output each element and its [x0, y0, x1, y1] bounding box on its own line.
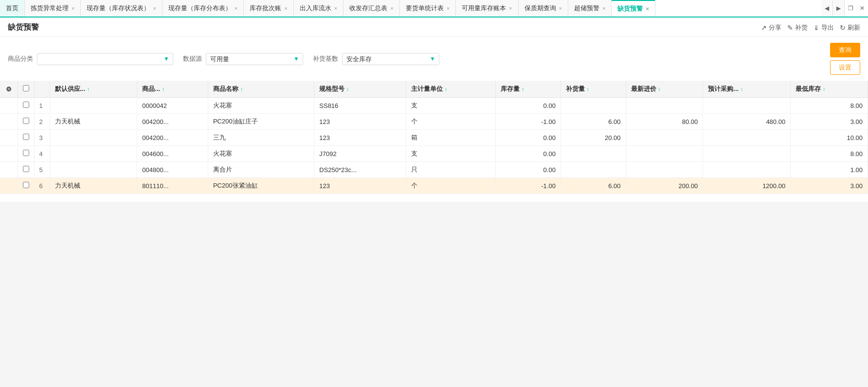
- refresh-icon: ↻: [840, 24, 846, 32]
- tab-item-11[interactable]: 缺货预警×: [612, 0, 655, 17]
- td-estimated: [703, 162, 791, 178]
- tab-close-10[interactable]: ×: [602, 5, 605, 11]
- td-price: [626, 146, 703, 162]
- tab-item-4[interactable]: 库存批次账×: [244, 0, 293, 17]
- datasource-filter-group: 数据源 可用量 ▼: [183, 53, 303, 65]
- row-checkbox-1[interactable]: [23, 118, 29, 124]
- tab-close-4[interactable]: ×: [284, 5, 287, 11]
- tab-close-btn[interactable]: ✕: [856, 0, 868, 17]
- td-minstock: 10.00: [791, 130, 868, 146]
- tab-item-9[interactable]: 保质期查询×: [519, 0, 568, 17]
- td-code: 004200...: [137, 114, 208, 130]
- query-button[interactable]: 查询: [830, 43, 860, 57]
- datasource-select[interactable]: 可用量: [206, 53, 303, 65]
- td-checkbox: [18, 162, 34, 178]
- page-title: 缺货预警: [8, 22, 39, 33]
- td-supplier: [50, 98, 137, 114]
- td-supplement: [561, 162, 626, 178]
- supplement-button[interactable]: ✎ 补货: [787, 23, 808, 32]
- gear-icon[interactable]: ⚙: [6, 86, 12, 93]
- tab-item-6[interactable]: 收发存汇总表×: [344, 0, 399, 17]
- table-row: 2力天机械004200...PC200油缸庄子123个-1.006.0080.0…: [0, 114, 868, 130]
- refresh-button[interactable]: ↻ 刷新: [840, 23, 860, 32]
- td-code: 801110...: [137, 178, 208, 194]
- row-checkbox-2[interactable]: [23, 134, 29, 140]
- select-all-checkbox[interactable]: [23, 85, 29, 91]
- th-product-code[interactable]: 商品...↕: [137, 81, 208, 98]
- th-spec[interactable]: 规格型号↕: [314, 81, 406, 98]
- td-index: 3: [34, 130, 50, 146]
- td-checkbox: [18, 114, 34, 130]
- tab-next-btn[interactable]: ▶: [833, 0, 845, 17]
- td-estimated: [703, 146, 791, 162]
- th-supplement[interactable]: 补货量↕: [561, 81, 626, 98]
- tab-restore-btn[interactable]: ❒: [845, 0, 856, 17]
- tab-close-8[interactable]: ×: [509, 5, 512, 11]
- table-header-row: ⚙ 默认供应...↕ 商品...↕ 商品名称↕: [0, 81, 868, 98]
- tab-close-6[interactable]: ×: [390, 5, 393, 11]
- td-spec: 123: [314, 114, 406, 130]
- td-minstock: 8.00: [791, 98, 868, 114]
- tab-item-2[interactable]: 现存量（库存状况表）×: [81, 0, 162, 17]
- tab-close-11[interactable]: ×: [646, 6, 649, 12]
- tab-item-8[interactable]: 可用量库存账本×: [456, 0, 518, 17]
- td-supplier: 力天机械: [50, 114, 137, 130]
- th-stock[interactable]: 库存量↕: [496, 81, 561, 98]
- td-spec: J7092: [314, 146, 406, 162]
- row-checkbox-4[interactable]: [23, 166, 29, 172]
- th-index: [34, 81, 50, 98]
- tab-close-2[interactable]: ×: [153, 5, 156, 11]
- table-container: ⚙ 默认供应...↕ 商品...↕ 商品名称↕: [0, 81, 868, 202]
- export-button[interactable]: ⇓ 导出: [814, 23, 834, 32]
- td-unit: 个: [406, 114, 496, 130]
- tab-item-1[interactable]: 拣货异常处理×: [25, 0, 81, 17]
- share-icon: ↗: [761, 24, 767, 32]
- td-unit: 个: [406, 178, 496, 194]
- base-select[interactable]: 安全库存: [342, 53, 439, 65]
- tab-label-0: 首页: [6, 4, 18, 13]
- th-min-stock[interactable]: 最低库存↕: [791, 81, 868, 98]
- td-supplier: [50, 146, 137, 162]
- th-latest-price[interactable]: 最新进价↕: [626, 81, 703, 98]
- tab-item-0[interactable]: 首页: [0, 0, 25, 17]
- settings-button[interactable]: 设置: [830, 60, 860, 75]
- td-stock: 0.00: [496, 162, 561, 178]
- td-supplier: [50, 162, 137, 178]
- td-checkbox: [18, 178, 34, 194]
- row-checkbox-0[interactable]: [23, 102, 29, 108]
- th-default-supplier[interactable]: 默认供应...↕: [50, 81, 137, 98]
- td-stock: -1.00: [496, 178, 561, 194]
- supplement-icon: ✎: [787, 24, 793, 32]
- tab-close-9[interactable]: ×: [559, 5, 562, 11]
- share-label: 分享: [769, 23, 781, 32]
- row-checkbox-3[interactable]: [23, 150, 29, 156]
- tab-close-5[interactable]: ×: [334, 5, 337, 11]
- sort-supplier-icon: ↕: [87, 87, 90, 92]
- td-name: PC200油缸庄子: [208, 114, 314, 130]
- share-button[interactable]: ↗ 分享: [761, 23, 781, 32]
- tab-close-7[interactable]: ×: [447, 5, 450, 11]
- th-estimated-purchase[interactable]: 预计采购...↕: [703, 81, 791, 98]
- tab-label-9: 保质期查询: [524, 4, 556, 13]
- tab-close-3[interactable]: ×: [235, 5, 237, 11]
- tab-item-7[interactable]: 要货单统计表×: [400, 0, 456, 17]
- tab-prev-btn[interactable]: ◀: [821, 0, 833, 17]
- th-product-name[interactable]: 商品名称↕: [208, 81, 314, 98]
- data-table: ⚙ 默认供应...↕ 商品...↕ 商品名称↕: [0, 81, 868, 194]
- category-select[interactable]: [37, 53, 173, 65]
- td-supplement: [561, 146, 626, 162]
- tab-close-1[interactable]: ×: [72, 5, 74, 11]
- td-checkbox: [18, 130, 34, 146]
- td-index: 2: [34, 114, 50, 130]
- tab-item-5[interactable]: 出入库流水×: [294, 0, 344, 17]
- td-price: [626, 98, 703, 114]
- tab-item-10[interactable]: 超储预警×: [568, 0, 612, 17]
- export-icon: ⇓: [814, 24, 819, 32]
- tab-item-3[interactable]: 现存量（库存分布表）×: [163, 0, 244, 17]
- row-checkbox-5[interactable]: [23, 182, 29, 188]
- th-unit[interactable]: 主计量单位↕: [406, 81, 496, 98]
- page-header: 缺货预警 ↗ 分享 ✎ 补货 ⇓ 导出 ↻ 刷新: [0, 18, 868, 37]
- td-index: 6: [34, 178, 50, 194]
- base-select-wrapper: 安全库存 ▼: [342, 53, 439, 65]
- td-minstock: 3.00: [791, 114, 868, 130]
